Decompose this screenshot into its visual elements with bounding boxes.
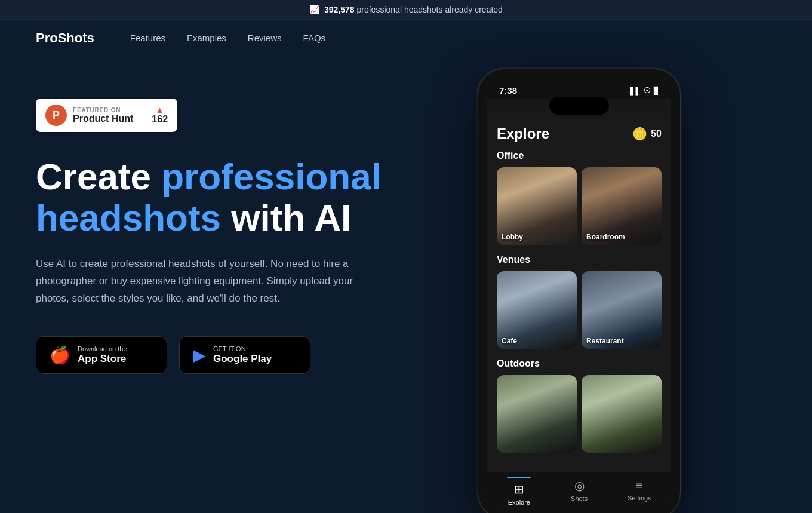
- explore-label: Explore: [508, 499, 530, 506]
- app-store-text: Download on the App Store: [78, 345, 127, 365]
- dynamic-island: [549, 97, 609, 115]
- wifi-icon: ⦿: [644, 87, 651, 95]
- nav-settings[interactable]: ≡ Settings: [628, 478, 651, 506]
- section-office: Office: [497, 150, 662, 161]
- lobby-item[interactable]: Lobby: [497, 167, 577, 245]
- venues-grid: Cafe Restaurant: [497, 271, 662, 349]
- navbar: ProShots Features Examples Reviews FAQs: [0, 20, 812, 57]
- hero-subtitle: Use AI to create professional headshots …: [36, 256, 382, 308]
- nav-faqs[interactable]: FAQs: [303, 33, 326, 43]
- headshot-count: 392,578: [324, 5, 355, 14]
- ph-vote-count: 162: [152, 114, 168, 125]
- restaurant-label: Restaurant: [586, 337, 624, 345]
- phone-mockup: 7:38 ▌▌ ⦿ ▊ Explore 🪙: [478, 69, 681, 513]
- shots-icon: ◎: [574, 478, 585, 493]
- app-store-button[interactable]: 🍎 Download on the App Store: [36, 336, 167, 374]
- status-time: 7:38: [499, 85, 517, 96]
- google-play-button[interactable]: ▶ GET IT ON Google Play: [179, 336, 310, 374]
- boardroom-item[interactable]: Boardroom: [582, 167, 662, 245]
- coin-icon: 🪙: [632, 127, 647, 141]
- office-grid: Lobby Boardroom: [497, 167, 662, 245]
- nav-links: Features Examples Reviews FAQs: [130, 33, 325, 44]
- section-venues: Venues: [497, 254, 662, 265]
- main-container: P FEATURED ON Product Hunt ▲ 162 Create …: [0, 57, 812, 513]
- app-bottom-nav: ⊞ Explore ◎ Shots ≡ Settings: [487, 472, 671, 509]
- active-indicator: [507, 477, 531, 478]
- signal-icon: ▌▌: [630, 87, 641, 95]
- coin-badge: 🪙 50: [632, 127, 662, 141]
- settings-label: Settings: [628, 494, 651, 502]
- hero-left: P FEATURED ON Product Hunt ▲ 162 Create …: [36, 81, 442, 374]
- app-store-label-top: Download on the: [78, 345, 127, 353]
- outdoor2-item[interactable]: [582, 375, 662, 453]
- nav-examples[interactable]: Examples: [187, 33, 226, 43]
- headline-create: Create: [36, 156, 161, 197]
- app-content: Explore 🪙 50 Office Lobby Boardroo: [487, 119, 671, 472]
- top-banner: 📈 392,578 professional headshots already…: [0, 0, 812, 20]
- ph-votes: ▲ 162: [144, 106, 168, 125]
- ph-featured-on: FEATURED ON: [73, 107, 133, 113]
- ph-name: Product Hunt: [73, 113, 133, 124]
- product-hunt-badge[interactable]: P FEATURED ON Product Hunt ▲ 162: [36, 99, 177, 132]
- section-outdoors: Outdoors: [497, 358, 662, 369]
- hero-right: 7:38 ▌▌ ⦿ ▊ Explore 🪙: [478, 69, 705, 513]
- coin-count: 50: [651, 128, 662, 139]
- app-header: Explore 🪙 50: [497, 119, 662, 150]
- app-store-label-main: App Store: [78, 353, 127, 365]
- banner-text: professional headshots already created: [357, 5, 503, 14]
- ph-arrow-icon: ▲: [156, 106, 164, 114]
- google-play-text: GET IT ON Google Play: [213, 345, 272, 365]
- phone-screen: 7:38 ▌▌ ⦿ ▊ Explore 🪙: [487, 78, 671, 509]
- apple-icon: 🍎: [50, 345, 70, 365]
- lobby-label: Lobby: [502, 233, 523, 241]
- status-bar: 7:38 ▌▌ ⦿ ▊: [487, 78, 671, 99]
- battery-icon: ▊: [654, 87, 659, 95]
- google-play-label-main: Google Play: [213, 353, 272, 365]
- outdoor1-item[interactable]: [497, 375, 577, 453]
- status-icons: ▌▌ ⦿ ▊: [630, 87, 659, 95]
- app-title: Explore: [497, 125, 549, 142]
- outdoors-grid: [497, 375, 662, 453]
- nav-features[interactable]: Features: [130, 33, 165, 43]
- headline-headshots: headshots: [36, 197, 221, 238]
- nav-reviews[interactable]: Reviews: [248, 33, 282, 43]
- cafe-item[interactable]: Cafe: [497, 271, 577, 349]
- restaurant-item[interactable]: Restaurant: [582, 271, 662, 349]
- settings-icon: ≡: [636, 478, 643, 492]
- headline-professional: professional: [161, 156, 382, 197]
- store-buttons: 🍎 Download on the App Store ▶ GET IT ON …: [36, 336, 442, 374]
- cafe-label: Cafe: [502, 337, 517, 345]
- nav-explore[interactable]: ⊞ Explore: [507, 478, 531, 506]
- google-play-label-top: GET IT ON: [213, 345, 272, 353]
- hero-headline: Create professional headshots with AI: [36, 156, 442, 239]
- shots-label: Shots: [571, 495, 588, 502]
- explore-icon: ⊞: [514, 482, 524, 496]
- ph-text: FEATURED ON Product Hunt: [73, 107, 133, 124]
- nav-shots[interactable]: ◎ Shots: [571, 478, 588, 506]
- trend-icon: 📈: [309, 5, 319, 14]
- logo[interactable]: ProShots: [36, 30, 94, 46]
- headline-with-ai: with AI: [221, 197, 351, 238]
- ph-icon: P: [45, 105, 67, 126]
- google-play-icon: ▶: [193, 345, 206, 365]
- boardroom-label: Boardroom: [586, 233, 625, 241]
